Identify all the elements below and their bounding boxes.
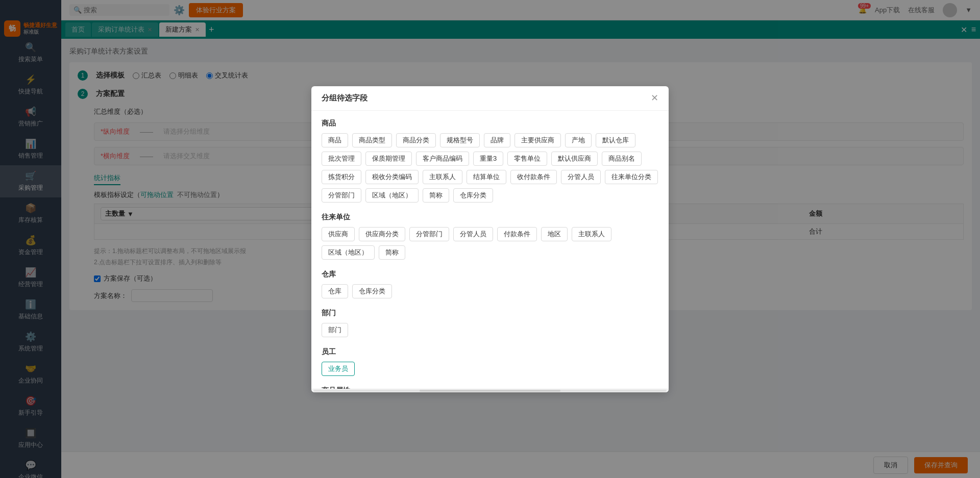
- field-tag-main-contact2[interactable]: 主联系人: [572, 227, 611, 241]
- field-tag-short-name[interactable]: 简称: [423, 188, 449, 203]
- field-tag-brand[interactable]: 品牌: [484, 133, 510, 147]
- field-tag-partner-category[interactable]: 往来单位分类: [605, 170, 658, 184]
- field-tag-pick-score[interactable]: 拣货积分: [322, 170, 361, 184]
- modal-close-button[interactable]: ✕: [651, 93, 658, 103]
- field-group-staff: 员工 业务员: [322, 347, 658, 376]
- field-group-dept: 部门 部门: [322, 309, 658, 337]
- modal-header: 分组待选字段 ✕: [311, 86, 669, 111]
- field-tag-abbr[interactable]: 简称: [379, 245, 405, 260]
- field-tag-region[interactable]: 区域（地区）: [365, 188, 419, 203]
- field-tag-manager-staff[interactable]: 分管人员: [561, 170, 601, 184]
- field-tags-products: 商品 商品类型 商品分类 规格型号 品牌 主要供应商 产地 默认仓库 批次管理 …: [322, 133, 658, 203]
- modal-scrollbar-track: [313, 390, 667, 392]
- field-tag-settlement-unit[interactable]: 结算单位: [467, 170, 506, 184]
- field-tag-main-contact[interactable]: 主联系人: [423, 170, 462, 184]
- modal-dialog: 分组待选字段 ✕ 商品 商品 商品类型 商品分类 规格型号 品牌 主要供应商 产…: [311, 86, 669, 392]
- field-tag-product-category[interactable]: 商品分类: [396, 133, 436, 147]
- field-tag-retail-unit[interactable]: 零售单位: [507, 152, 547, 166]
- field-group-staff-title: 员工: [322, 347, 658, 357]
- field-tag-main-supplier[interactable]: 主要供应商: [514, 133, 561, 147]
- field-tags-partners: 供应商 供应商分类 分管部门 分管人员 付款条件 地区 主联系人 区域（地区） …: [322, 227, 658, 260]
- field-group-partners-title: 往来单位: [322, 213, 658, 222]
- field-tag-product[interactable]: 商品: [322, 133, 348, 147]
- field-tag-dept[interactable]: 部门: [322, 323, 348, 337]
- field-tag-origin[interactable]: 产地: [565, 133, 592, 147]
- field-tag-warehouse-cat[interactable]: 仓库分类: [453, 188, 493, 203]
- field-tag-supplier-category[interactable]: 供应商分类: [359, 227, 405, 241]
- field-tag-default-supplier[interactable]: 默认供应商: [551, 152, 598, 166]
- field-tag-partner-dept[interactable]: 分管部门: [409, 227, 449, 241]
- field-tag-warehouse-category[interactable]: 仓库分类: [352, 284, 392, 298]
- field-tag-customer-code[interactable]: 客户商品编码: [416, 152, 469, 166]
- field-tag-warehouse[interactable]: 仓库: [322, 284, 348, 298]
- field-tag-weight3[interactable]: 重量3: [473, 152, 503, 166]
- field-group-products: 商品 商品 商品类型 商品分类 规格型号 品牌 主要供应商 产地 默认仓库 批次…: [322, 119, 658, 203]
- field-tag-default-warehouse[interactable]: 默认仓库: [596, 133, 635, 147]
- field-group-warehouse-title: 仓库: [322, 270, 658, 279]
- field-tag-product-alias[interactable]: 商品别名: [602, 152, 642, 166]
- field-tag-quality-mgmt[interactable]: 保质期管理: [365, 152, 412, 166]
- modal-overlay[interactable]: 分组待选字段 ✕ 商品 商品 商品类型 商品分类 规格型号 品牌 主要供应商 产…: [0, 0, 980, 478]
- field-tag-batch-mgmt[interactable]: 批次管理: [322, 152, 361, 166]
- field-tag-product-type[interactable]: 商品类型: [352, 133, 392, 147]
- field-tag-supplier[interactable]: 供应商: [322, 227, 355, 241]
- field-group-warehouse: 仓库 仓库 仓库分类: [322, 270, 658, 298]
- field-group-dept-title: 部门: [322, 309, 658, 318]
- field-group-products-title: 商品: [322, 119, 658, 128]
- field-tag-region2[interactable]: 区域（地区）: [322, 245, 375, 260]
- field-tags-warehouse: 仓库 仓库分类: [322, 284, 658, 298]
- field-tag-spec-model[interactable]: 规格型号: [440, 133, 480, 147]
- field-tags-staff: 业务员: [322, 362, 658, 376]
- field-tag-payment-terms[interactable]: 收付款条件: [510, 170, 557, 184]
- field-tag-mgmt-dept[interactable]: 分管部门: [322, 188, 361, 203]
- modal-scrollbar-thumb[interactable]: [420, 390, 561, 392]
- field-tag-payment-cond[interactable]: 付款条件: [497, 227, 537, 241]
- field-tag-partner-staff[interactable]: 分管人员: [453, 227, 493, 241]
- modal-body: 商品 商品 商品类型 商品分类 规格型号 品牌 主要供应商 产地 默认仓库 批次…: [311, 111, 669, 389]
- field-tag-area[interactable]: 地区: [541, 227, 568, 241]
- field-tags-dept: 部门: [322, 323, 658, 337]
- field-group-partners: 往来单位 供应商 供应商分类 分管部门 分管人员 付款条件 地区 主联系人 区域…: [322, 213, 658, 260]
- field-tag-tax-code[interactable]: 税收分类编码: [365, 170, 419, 184]
- modal-title: 分组待选字段: [322, 93, 368, 103]
- modal-scrollbar: [311, 389, 669, 392]
- field-tag-salesperson[interactable]: 业务员: [322, 362, 355, 376]
